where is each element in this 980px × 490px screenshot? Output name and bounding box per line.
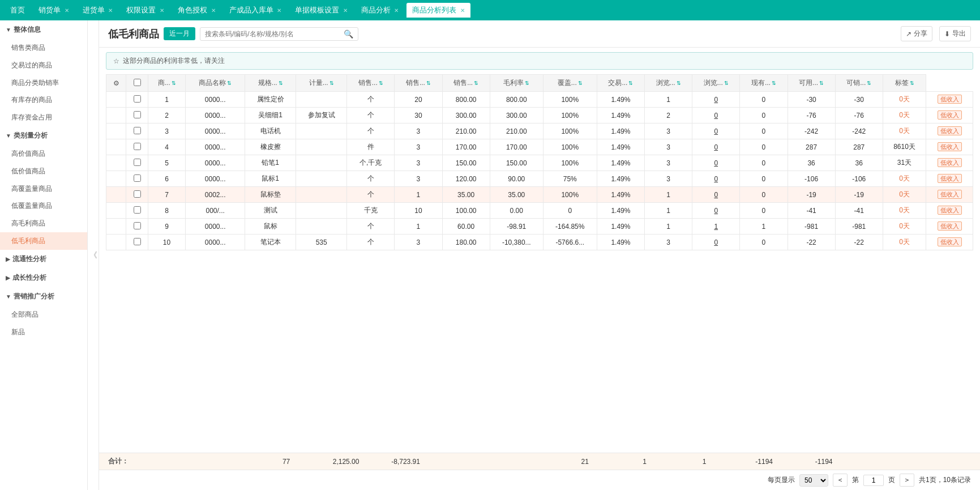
nav-role[interactable]: 角色授权 ✕	[172, 3, 221, 18]
cell-views1[interactable]: 0	[692, 187, 740, 203]
cell-views1[interactable]: 0	[692, 203, 740, 219]
col-available[interactable]: 可用...⇅	[788, 75, 835, 92]
next-page-btn[interactable]: ＞	[900, 474, 914, 487]
cell-saleable-days: 8610天	[883, 139, 926, 155]
row-checkbox[interactable]	[134, 159, 141, 166]
col-sales-profit[interactable]: 销售...⇅	[442, 75, 490, 92]
sidebar-item-stock-goods[interactable]: 有库存的商品	[0, 91, 87, 109]
col-sales-price[interactable]: 销售...⇅	[395, 75, 442, 92]
sidebar-item-high-margin[interactable]: 高毛利商品	[0, 215, 87, 232]
row-checkbox[interactable]	[134, 238, 141, 245]
cell-checkbox[interactable]	[126, 219, 148, 235]
export-btn[interactable]: ⬇ 导出	[939, 26, 971, 41]
nav-close-template[interactable]: ✕	[343, 7, 348, 14]
prev-page-btn[interactable]: ＜	[833, 474, 848, 487]
col-coverage[interactable]: 覆盖...⇅	[543, 75, 597, 92]
col-code[interactable]: 商...⇅	[148, 75, 185, 92]
cell-views1[interactable]: 0	[692, 92, 740, 108]
select-all-checkbox[interactable]	[134, 79, 141, 86]
row-checkbox[interactable]	[134, 143, 141, 150]
nav-sales[interactable]: 销货单 ✕	[33, 3, 75, 18]
nav-close-product-analysis[interactable]: ✕	[394, 7, 399, 14]
sidebar-group-overall[interactable]: ▼整体信息	[0, 20, 87, 39]
sidebar-item-new-goods[interactable]: 新品	[0, 323, 87, 341]
row-checkbox[interactable]	[134, 127, 141, 134]
col-checkbox[interactable]	[126, 75, 148, 92]
nav-close-product-analysis-list[interactable]: ✕	[460, 7, 465, 14]
nav-permission[interactable]: 权限设置 ✕	[121, 3, 170, 18]
col-settings[interactable]: ⚙	[106, 75, 126, 92]
cell-checkbox[interactable]	[126, 171, 148, 187]
col-spec[interactable]: 规格...⇅	[245, 75, 296, 92]
col-tag[interactable]: 标签⇅	[883, 75, 926, 92]
sidebar-item-low-coverage[interactable]: 低覆盖量商品	[0, 197, 87, 215]
cell-trade: 1	[644, 187, 692, 203]
nav-product-analysis-list[interactable]: 商品分析列表 ✕	[406, 3, 470, 18]
cell-num: 3	[148, 123, 185, 139]
page-size-select[interactable]: 50 100 200	[799, 474, 828, 487]
cell-sales-price: 170.00	[442, 139, 490, 155]
cell-sales-price: 150.00	[442, 155, 490, 171]
cell-checkbox[interactable]	[126, 203, 148, 219]
sidebar-group-marketing[interactable]: ▼营销推广分析	[0, 287, 87, 306]
nav-close-role[interactable]: ✕	[211, 7, 216, 14]
col-name[interactable]: 商品名称⇅	[186, 75, 245, 92]
sidebar-collapse-btn[interactable]: 《	[88, 20, 99, 490]
sidebar-item-low-margin[interactable]: 低毛利商品	[0, 232, 87, 250]
col-saleable[interactable]: 可销...⇅	[835, 75, 883, 92]
sidebar-item-sales-goods[interactable]: 销售类商品	[0, 39, 87, 57]
nav-close-product-inbound[interactable]: ✕	[277, 7, 281, 14]
row-checkbox[interactable]	[134, 222, 141, 229]
nav-purchase[interactable]: 进货单 ✕	[77, 3, 119, 18]
cell-views1[interactable]: 0	[692, 139, 740, 155]
sidebar-item-low-value[interactable]: 低价值商品	[0, 163, 87, 180]
col-sales-qty[interactable]: 销售...⇅	[347, 75, 395, 92]
cell-checkbox[interactable]	[126, 187, 148, 203]
nav-close-sales[interactable]: ✕	[65, 7, 69, 14]
cell-name: 属性定价	[245, 92, 296, 108]
cell-checkbox[interactable]	[126, 235, 148, 250]
sidebar-item-high-value[interactable]: 高价值商品	[0, 145, 87, 163]
filter-recent-month-btn[interactable]: 近一月	[164, 27, 195, 40]
search-input[interactable]	[205, 30, 344, 38]
share-btn[interactable]: ↗ 分享	[901, 26, 932, 41]
row-checkbox[interactable]	[134, 206, 141, 214]
sidebar-item-high-coverage[interactable]: 高覆盖量商品	[0, 180, 87, 198]
col-current[interactable]: 现有...⇅	[740, 75, 788, 92]
nav-product-analysis[interactable]: 商品分析 ✕	[356, 3, 405, 18]
sidebar-item-traded-goods[interactable]: 交易过的商品	[0, 57, 87, 74]
nav-home[interactable]: 首页	[5, 3, 31, 18]
cell-views1[interactable]: 0	[692, 123, 740, 139]
col-gross-margin[interactable]: 毛利率⇅	[490, 75, 543, 92]
row-checkbox[interactable]	[134, 111, 141, 118]
sidebar-group-growth[interactable]: ▶成长性分析	[0, 269, 87, 287]
sidebar-group-circulation[interactable]: ▶流通性分析	[0, 250, 87, 269]
col-unit[interactable]: 计量...⇅	[296, 75, 347, 92]
sidebar-item-all-goods[interactable]: 全部商品	[0, 306, 87, 323]
cell-checkbox[interactable]	[126, 108, 148, 123]
cell-views1[interactable]: 0	[692, 155, 740, 171]
cell-checkbox[interactable]	[126, 155, 148, 171]
col-trade[interactable]: 交易...⇅	[597, 75, 644, 92]
row-checkbox[interactable]	[134, 95, 141, 103]
col-views1[interactable]: 浏览...⇅	[644, 75, 692, 92]
nav-template[interactable]: 单据模板设置 ✕	[289, 3, 353, 18]
cell-views1[interactable]: 1	[692, 219, 740, 235]
cell-views1[interactable]: 0	[692, 108, 740, 123]
cell-views1[interactable]: 0	[692, 235, 740, 250]
row-checkbox[interactable]	[134, 190, 141, 198]
col-views2[interactable]: 浏览...⇅	[692, 75, 740, 92]
cell-checkbox[interactable]	[126, 123, 148, 139]
cell-checkbox[interactable]	[126, 92, 148, 108]
row-checkbox[interactable]	[134, 174, 141, 182]
nav-close-permission[interactable]: ✕	[160, 7, 164, 14]
cell-checkbox[interactable]	[126, 139, 148, 155]
nav-close-purchase[interactable]: ✕	[108, 7, 113, 14]
sidebar-item-category-rate[interactable]: 商品分类助销率	[0, 74, 87, 92]
sidebar-item-stock-capital[interactable]: 库存资金占用	[0, 109, 87, 126]
search-icon[interactable]: 🔍	[344, 29, 353, 39]
page-number-input[interactable]	[863, 475, 884, 486]
nav-product-inbound[interactable]: 产成品入库单 ✕	[224, 3, 288, 18]
cell-views1[interactable]: 0	[692, 171, 740, 187]
sidebar-group-category[interactable]: ▼类别量分析	[0, 126, 87, 145]
